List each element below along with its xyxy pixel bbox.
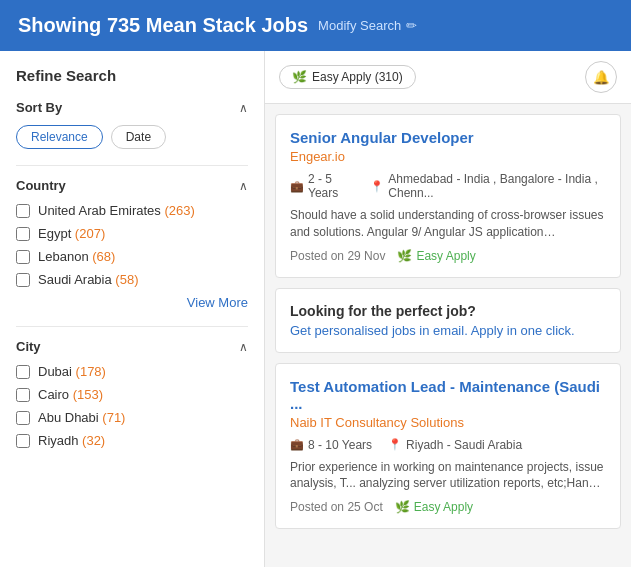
company-name-1: Engear.io xyxy=(290,149,606,164)
job-footer-1: Posted on 29 Nov 🌿 Easy Apply xyxy=(290,249,606,263)
city-checkbox-abudhabi[interactable] xyxy=(16,411,30,425)
leaf-icon: 🌿 xyxy=(292,70,307,84)
job-title-1[interactable]: Senior Angular Developer xyxy=(290,129,606,146)
sidebar: Refine Search Sort By ∧ Relevance Date C… xyxy=(0,51,265,567)
country-item-uae: United Arab Emirates (263) xyxy=(16,203,248,218)
page-title: Showing 735 Mean Stack Jobs xyxy=(18,14,308,37)
easy-apply-filter-button[interactable]: 🌿 Easy Apply (310) xyxy=(279,65,416,89)
country-chevron-icon: ∧ xyxy=(239,179,248,193)
sort-date-button[interactable]: Date xyxy=(111,125,166,149)
modify-search-link[interactable]: Modify Search ✏ xyxy=(318,18,417,33)
country-item-egypt: Egypt (207) xyxy=(16,226,248,241)
bell-icon: 🔔 xyxy=(593,70,610,85)
country-checkbox-lebanon[interactable] xyxy=(16,250,30,264)
job-card-1: Senior Angular Developer Engear.io 💼 2 -… xyxy=(275,114,621,278)
city-item-dubai: Dubai (178) xyxy=(16,364,248,379)
pencil-icon: ✏ xyxy=(406,18,417,33)
job-card-2: Test Automation Lead - Maintenance (Saud… xyxy=(275,363,621,530)
filter-bar: 🌿 Easy Apply (310) 🔔 xyxy=(265,51,631,104)
sort-buttons: Relevance Date xyxy=(16,125,248,149)
job-footer-2: Posted on 25 Oct 🌿 Easy Apply xyxy=(290,500,606,514)
experience-1: 💼 2 - 5 Years xyxy=(290,172,354,200)
briefcase-icon-1: 💼 xyxy=(290,180,304,193)
divider-2 xyxy=(16,326,248,327)
country-label: Country xyxy=(16,178,66,193)
city-name-riyadh: Riyadh (32) xyxy=(38,433,105,448)
main-layout: Refine Search Sort By ∧ Relevance Date C… xyxy=(0,51,631,567)
job-meta-2: 💼 8 - 10 Years 📍 Riyadh - Saudi Arabia xyxy=(290,438,606,452)
sort-by-chevron-icon: ∧ xyxy=(239,101,248,115)
country-checkbox-saudi[interactable] xyxy=(16,273,30,287)
country-item-saudi: Saudi Arabia (58) xyxy=(16,272,248,287)
country-name-egypt: Egypt (207) xyxy=(38,226,105,241)
easy-apply-filter-label: Easy Apply (310) xyxy=(312,70,403,84)
country-item-lebanon: Lebanon (68) xyxy=(16,249,248,264)
promo-card: Looking for the perfect job? Get persona… xyxy=(275,288,621,353)
job-meta-1: 💼 2 - 5 Years 📍 Ahmedabad - India , Bang… xyxy=(290,172,606,200)
job-description-1: Should have a solid understanding of cro… xyxy=(290,207,606,241)
city-checkbox-cairo[interactable] xyxy=(16,388,30,402)
country-name-uae: United Arab Emirates (263) xyxy=(38,203,195,218)
city-name-dubai: Dubai (178) xyxy=(38,364,106,379)
city-name-cairo: Cairo (153) xyxy=(38,387,103,402)
notification-bell-button[interactable]: 🔔 xyxy=(585,61,617,93)
city-section: City ∧ Dubai (178) Cairo (153) Abu Dhabi… xyxy=(16,339,248,448)
country-name-saudi: Saudi Arabia (58) xyxy=(38,272,138,287)
location-2: 📍 Riyadh - Saudi Arabia xyxy=(388,438,522,452)
experience-2: 💼 8 - 10 Years xyxy=(290,438,372,452)
easy-apply-tag-1[interactable]: 🌿 Easy Apply xyxy=(397,249,475,263)
briefcase-icon-2: 💼 xyxy=(290,438,304,451)
divider-1 xyxy=(16,165,248,166)
city-item-abudhabi: Abu Dhabi (71) xyxy=(16,410,248,425)
country-checkbox-egypt[interactable] xyxy=(16,227,30,241)
company-name-2: Naib IT Consultancy Solutions xyxy=(290,415,606,430)
city-checkbox-riyadh[interactable] xyxy=(16,434,30,448)
easy-apply-leaf-icon-1: 🌿 xyxy=(397,249,412,263)
modify-search-label: Modify Search xyxy=(318,18,401,33)
city-checkbox-dubai[interactable] xyxy=(16,365,30,379)
easy-apply-leaf-icon-2: 🌿 xyxy=(395,500,410,514)
sort-by-header: Sort By ∧ xyxy=(16,100,248,115)
country-name-lebanon: Lebanon (68) xyxy=(38,249,115,264)
city-header: City ∧ xyxy=(16,339,248,354)
country-view-more[interactable]: View More xyxy=(16,295,248,310)
city-label: City xyxy=(16,339,41,354)
sort-by-label: Sort By xyxy=(16,100,62,115)
job-description-2: Prior experience in working on maintenan… xyxy=(290,459,606,493)
posted-date-1: Posted on 29 Nov xyxy=(290,249,385,263)
city-name-abudhabi: Abu Dhabi (71) xyxy=(38,410,125,425)
country-section: Country ∧ United Arab Emirates (263) Egy… xyxy=(16,178,248,310)
posted-date-2: Posted on 25 Oct xyxy=(290,500,383,514)
job-listings-content: 🌿 Easy Apply (310) 🔔 Senior Angular Deve… xyxy=(265,51,631,567)
country-header: Country ∧ xyxy=(16,178,248,193)
promo-title: Looking for the perfect job? xyxy=(290,303,606,319)
refine-search-title: Refine Search xyxy=(16,67,248,84)
page-header: Showing 735 Mean Stack Jobs Modify Searc… xyxy=(0,0,631,51)
job-title-2[interactable]: Test Automation Lead - Maintenance (Saud… xyxy=(290,378,606,412)
city-item-cairo: Cairo (153) xyxy=(16,387,248,402)
sort-by-section: Sort By ∧ Relevance Date xyxy=(16,100,248,149)
sort-relevance-button[interactable]: Relevance xyxy=(16,125,103,149)
location-icon-2: 📍 xyxy=(388,438,402,451)
easy-apply-tag-2[interactable]: 🌿 Easy Apply xyxy=(395,500,473,514)
location-1: 📍 Ahmedabad - India , Bangalore - India … xyxy=(370,172,606,200)
city-chevron-icon: ∧ xyxy=(239,340,248,354)
promo-description[interactable]: Get personalised jobs in email. Apply in… xyxy=(290,323,606,338)
location-icon-1: 📍 xyxy=(370,180,384,193)
country-checkbox-uae[interactable] xyxy=(16,204,30,218)
city-item-riyadh: Riyadh (32) xyxy=(16,433,248,448)
